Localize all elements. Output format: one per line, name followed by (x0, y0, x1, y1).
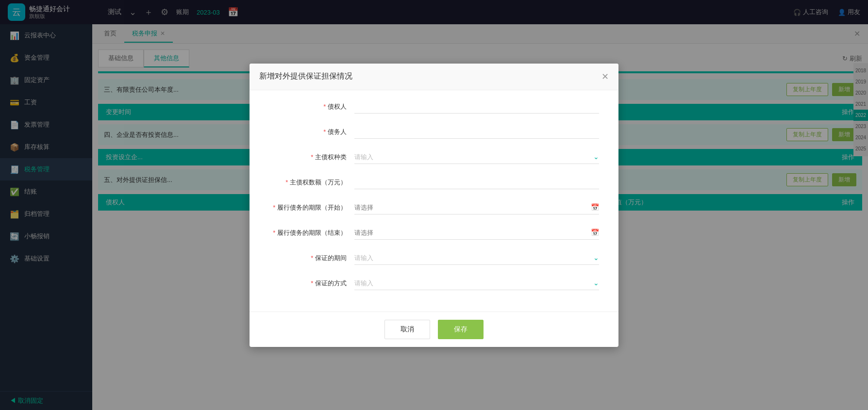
form-row-guarantee-method: * 保证的方式 ⌄ (269, 277, 599, 290)
dialog-header: 新增对外提供保证担保情况 ✕ (250, 64, 618, 90)
claim-amount-label: * 主债权数额（万元） (269, 178, 347, 187)
guarantee-period-input[interactable] (354, 251, 593, 264)
dialog: 新增对外提供保证担保情况 ✕ * 债权人 * 债务人 (250, 64, 618, 347)
perform-end-input[interactable] (354, 226, 591, 239)
guarantee-period-label: * 保证的期间 (269, 254, 347, 262)
form-row-debtor: * 债务人 (269, 125, 599, 139)
dialog-overlay: 新增对外提供保证担保情况 ✕ * 债权人 * 债务人 (0, 0, 868, 410)
perform-end-calendar-icon: 📅 (591, 229, 599, 236)
claim-type-label: * 主债权种类 (269, 153, 347, 162)
cancel-button[interactable]: 取消 (384, 320, 430, 339)
guarantee-method-arrow-icon: ⌄ (593, 279, 599, 287)
dialog-close-btn[interactable]: ✕ (601, 71, 609, 82)
dialog-footer: 取消 保存 (250, 312, 618, 347)
dialog-title: 新增对外提供保证担保情况 (259, 71, 352, 82)
perform-start-label: * 履行债务的期限（开始） (269, 203, 347, 212)
form-row-guarantee-period: * 保证的期间 ⌄ (269, 251, 599, 265)
form-row-claim-type: * 主债权种类 ⌄ (269, 150, 599, 164)
guarantee-period-arrow-icon: ⌄ (593, 254, 599, 262)
perform-start-calendar-icon: 📅 (591, 203, 599, 211)
form-row-claim-amount: * 主债权数额（万元） (269, 176, 599, 189)
form-row-perform-start: * 履行债务的期限（开始） 📅 (269, 201, 599, 214)
creditor-label: * 债权人 (269, 102, 347, 111)
guarantee-method-label: * 保证的方式 (269, 279, 347, 288)
guarantee-method-input[interactable] (354, 277, 593, 290)
perform-start-input[interactable] (354, 201, 591, 214)
debtor-input[interactable] (354, 125, 599, 139)
creditor-input[interactable] (354, 100, 599, 114)
perform-start-date-wrap[interactable]: 📅 (354, 201, 599, 214)
debtor-label: * 债务人 (269, 128, 347, 136)
perform-end-label: * 履行债务的期限（结束） (269, 229, 347, 237)
guarantee-period-select-wrap[interactable]: ⌄ (354, 251, 599, 265)
perform-end-date-wrap[interactable]: 📅 (354, 226, 599, 240)
dialog-body: * 债权人 * 债务人 * 主债权种类 (250, 90, 618, 312)
claim-type-input[interactable] (354, 150, 593, 164)
claim-type-select-wrap[interactable]: ⌄ (354, 150, 599, 164)
claim-type-arrow-icon: ⌄ (593, 153, 599, 161)
guarantee-method-select-wrap[interactable]: ⌄ (354, 277, 599, 290)
save-button[interactable]: 保存 (438, 320, 484, 339)
claim-amount-input[interactable] (354, 176, 599, 189)
form-row-creditor: * 债权人 (269, 100, 599, 114)
form-row-perform-end: * 履行债务的期限（结束） 📅 (269, 226, 599, 240)
